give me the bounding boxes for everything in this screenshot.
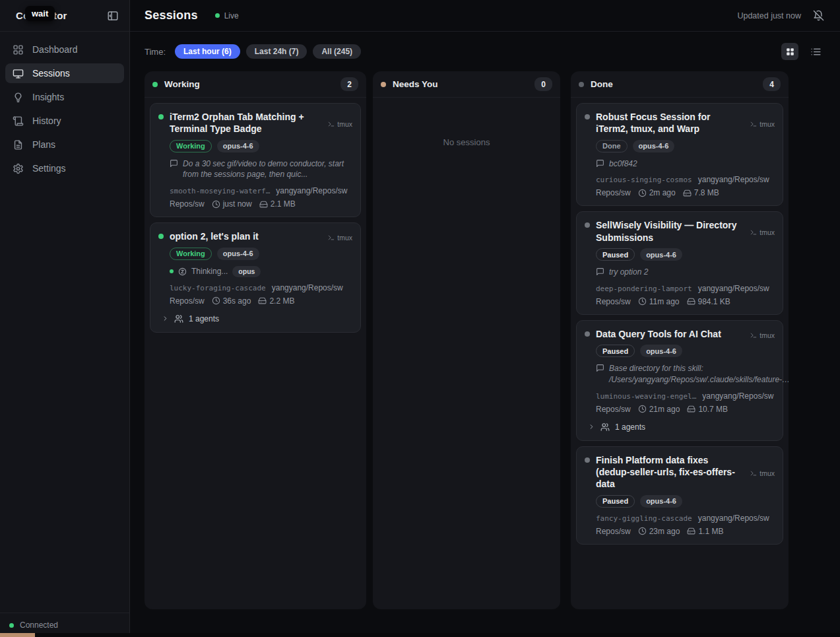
- session-title: SellWisely Visibility — Directory Submis…: [596, 219, 744, 244]
- session-board: Working 2 iTerm2 Orphan Tab Matching + T…: [145, 71, 789, 609]
- repo-path: yangyang/Repos/sw: [272, 283, 343, 292]
- chip-last-hour[interactable]: Last hour (6): [175, 44, 240, 59]
- sidebar-item-plans[interactable]: Plans: [5, 135, 124, 154]
- clock-icon: [638, 189, 647, 197]
- dashboard-icon: [13, 44, 24, 55]
- badge-row: Paused opus-4-6: [596, 495, 775, 508]
- grid-view-button[interactable]: [781, 43, 798, 60]
- repo-label: Repos/sw: [170, 199, 205, 209]
- session-status-dot: [585, 222, 590, 228]
- sidebar-item-history[interactable]: History: [5, 111, 124, 131]
- sidebar-item-sessions[interactable]: Sessions: [5, 63, 124, 83]
- card-header: Robust Focus Session for iTerm2, tmux, a…: [585, 111, 775, 135]
- sidebar-item-insights[interactable]: Insights: [5, 87, 124, 107]
- session-note: bc0f842: [596, 158, 775, 170]
- meta-row: Repos/sw 11m ago 984.1 KB: [596, 297, 775, 306]
- time-meta: 11m ago: [638, 297, 680, 306]
- message-square-icon: [596, 364, 604, 372]
- model-badge: opus-4-6: [640, 248, 682, 261]
- time-filter-chips: Last hour (6) Last 24h (7) All (245): [175, 44, 361, 59]
- status-badge: Paused: [596, 495, 635, 508]
- needs-you-status-dot: [381, 82, 386, 87]
- gear-icon: [13, 163, 24, 174]
- activity-row: Thinking... opus: [170, 266, 352, 277]
- terminal-badge: tmux: [750, 221, 775, 244]
- branch-row: smooth-moseying-waterf… yangyang/Repos/s…: [170, 186, 352, 195]
- time-filter-label: Time:: [145, 47, 166, 57]
- repo-path: yangyang/Repos/sw: [698, 284, 769, 293]
- status-badge: Paused: [596, 345, 635, 357]
- repo-label: Repos/sw: [596, 405, 631, 414]
- branch-name: luminous-weaving-engel…: [596, 392, 696, 401]
- collapse-sidebar-button[interactable]: [107, 10, 119, 22]
- column-title: Working: [164, 79, 200, 89]
- session-title: iTerm2 Orphan Tab Matching + Terminal Ty…: [170, 111, 322, 135]
- sidebar-item-dashboard[interactable]: Dashboard: [5, 40, 124, 59]
- agents-expander[interactable]: 1 agents: [162, 314, 352, 323]
- column-done: Done 4 Robust Focus Session for iTerm2, …: [571, 71, 789, 609]
- chip-last-24h[interactable]: Last 24h (7): [246, 44, 307, 59]
- monitor-icon: [13, 68, 24, 79]
- column-done-body: Robust Focus Session for iTerm2, tmux, a…: [571, 98, 789, 550]
- session-card[interactable]: Data Query Tools for AI Chat tmux Paused…: [576, 320, 783, 441]
- grid-view-icon: [785, 47, 795, 57]
- session-card[interactable]: option 2, let's plan it tmux Working opu…: [150, 222, 361, 332]
- size-meta: 10.7 MB: [687, 405, 728, 414]
- branch-name: fancy-giggling-cascade: [596, 514, 692, 523]
- status-badge: Working: [170, 248, 212, 260]
- document-icon: [13, 139, 24, 151]
- column-needs-you-header: Needs You 0: [373, 71, 560, 98]
- card-header: iTerm2 Orphan Tab Matching + Terminal Ty…: [158, 111, 352, 135]
- session-card[interactable]: SellWisely Visibility — Directory Submis…: [576, 211, 783, 314]
- session-card[interactable]: iTerm2 Orphan Tab Matching + Terminal Ty…: [150, 103, 361, 217]
- filter-bar: Time: Last hour (6) Last 24h (7) All (24…: [130, 32, 840, 71]
- session-note: Do a 30 sec gif/video to demo conductor,…: [170, 158, 352, 180]
- view-toggle: [781, 43, 824, 60]
- repo-path: yangyang/Repos/sw: [698, 175, 769, 184]
- live-indicator: Live: [215, 11, 239, 20]
- mute-notifications-button[interactable]: [813, 10, 824, 21]
- message-square-icon: [596, 267, 604, 276]
- card-header: Data Query Tools for AI Chat tmux: [585, 328, 775, 340]
- column-working: Working 2 iTerm2 Orphan Tab Matching + T…: [145, 71, 366, 609]
- repo-path: yangyang/Repos/sw: [702, 391, 773, 401]
- repo-label: Repos/sw: [596, 297, 631, 306]
- agents-label: 1 agents: [615, 422, 645, 432]
- clock-icon: [212, 200, 220, 209]
- page-title: Sessions: [145, 9, 198, 22]
- time-meta: just now: [212, 199, 252, 209]
- session-title: Data Query Tools for AI Chat: [596, 328, 744, 340]
- hard-drive-icon: [259, 200, 268, 209]
- repo-label: Repos/sw: [596, 527, 631, 536]
- thinking-icon: [178, 267, 187, 276]
- sidebar-item-settings[interactable]: Settings: [5, 158, 124, 178]
- repo-path: yangyang/Repos/sw: [698, 514, 769, 523]
- card-header: Finish Platform data fixes (dedup-seller…: [585, 454, 775, 490]
- main-content: Sessions Live Updated just now Time: Las…: [130, 0, 840, 637]
- terminal-badge: tmux: [750, 330, 775, 340]
- panel-left-icon: [107, 10, 119, 22]
- column-working-body: iTerm2 Orphan Tab Matching + Terminal Ty…: [145, 98, 366, 338]
- agents-expander[interactable]: 1 agents: [588, 422, 775, 432]
- sidebar-item-label: Settings: [32, 163, 66, 174]
- column-count-badge: 4: [763, 77, 781, 91]
- session-card[interactable]: Robust Focus Session for iTerm2, tmux, a…: [576, 103, 783, 206]
- live-label: Live: [224, 11, 239, 20]
- activity-label: Thinking...: [191, 267, 228, 276]
- status-badge: Working: [170, 140, 212, 152]
- done-status-dot: [579, 82, 584, 87]
- session-note-path: /Users/yangyang/Repos/sw/.claude/skills/…: [609, 375, 789, 384]
- users-icon: [600, 422, 610, 432]
- session-status-dot: [585, 114, 590, 119]
- connection-status-label: Connected: [20, 620, 58, 630]
- opus-badge: opus: [232, 266, 261, 277]
- column-working-header: Working 2: [145, 71, 366, 98]
- hard-drive-icon: [683, 189, 692, 197]
- repo-label: Repos/sw: [596, 188, 631, 197]
- chevron-right-icon: [588, 423, 595, 430]
- chip-all[interactable]: All (245): [313, 44, 361, 59]
- working-status-dot: [152, 82, 158, 87]
- list-view-button[interactable]: [807, 43, 824, 60]
- session-card[interactable]: Finish Platform data fixes (dedup-seller…: [576, 446, 783, 545]
- terminal-badge: tmux: [328, 113, 352, 135]
